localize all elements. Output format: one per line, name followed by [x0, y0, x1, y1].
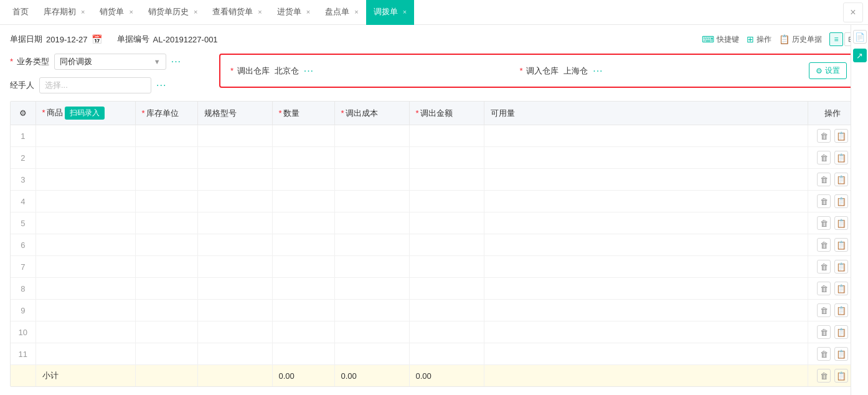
handler-ellipsis[interactable]: ··· — [156, 80, 166, 91]
row-product-3[interactable] — [35, 169, 135, 191]
row-unit-8[interactable] — [135, 278, 197, 300]
tab-transfer[interactable]: 调拨单 × — [366, 0, 414, 25]
row-qty-10[interactable] — [272, 321, 334, 343]
row-unit-5[interactable] — [135, 212, 197, 234]
row-qty-9[interactable] — [272, 300, 334, 321]
row-delete-9[interactable]: 🗑 — [817, 303, 831, 317]
tab-inventory-init[interactable]: 库存期初 × — [36, 0, 92, 25]
history-action[interactable]: 📋 历史单据 — [779, 34, 822, 45]
operations-action[interactable]: ⊞ 操作 — [747, 34, 771, 45]
row-qty-1[interactable] — [272, 125, 334, 147]
row-delete-6[interactable]: 🗑 — [817, 238, 831, 252]
row-spec-9[interactable] — [197, 300, 272, 321]
tab-view-sales[interactable]: 查看销货单 × — [205, 0, 269, 25]
row-spec-8[interactable] — [197, 278, 272, 300]
tab-sales-order-close[interactable]: × — [129, 8, 133, 16]
row-available-3[interactable] — [484, 169, 808, 191]
row-delete-3[interactable]: 🗑 — [817, 173, 831, 186]
row-delete-1[interactable]: 🗑 — [817, 129, 831, 143]
row-copy-9[interactable]: 📋 — [834, 303, 848, 317]
subtotal-copy[interactable]: 📋 — [834, 369, 848, 383]
th-settings[interactable]: ⚙ — [11, 102, 35, 125]
row-amount-1[interactable] — [409, 125, 484, 147]
row-amount-10[interactable] — [409, 321, 484, 343]
handler-select[interactable]: 选择... — [39, 77, 151, 93]
row-cost-9[interactable] — [334, 300, 409, 321]
row-qty-5[interactable] — [272, 212, 334, 234]
row-spec-7[interactable] — [197, 256, 272, 278]
row-cost-3[interactable] — [334, 169, 409, 191]
row-copy-5[interactable]: 📋 — [834, 216, 848, 230]
row-copy-1[interactable]: 📋 — [834, 129, 848, 143]
row-cost-4[interactable] — [334, 191, 409, 212]
row-product-6[interactable] — [35, 234, 135, 256]
row-unit-6[interactable] — [135, 234, 197, 256]
warehouse-in-value[interactable]: 上海仓 — [564, 65, 588, 77]
warehouse-out-value[interactable]: 北京仓 — [275, 65, 299, 77]
warehouse-in-ellipsis[interactable]: ··· — [593, 65, 603, 77]
row-spec-5[interactable] — [197, 212, 272, 234]
tab-inventory-check[interactable]: 盘点单 × — [318, 0, 366, 25]
row-qty-2[interactable] — [272, 147, 334, 169]
row-available-4[interactable] — [484, 191, 808, 212]
row-spec-3[interactable] — [197, 169, 272, 191]
row-spec-2[interactable] — [197, 147, 272, 169]
row-copy-11[interactable]: 📋 — [834, 347, 848, 361]
row-unit-10[interactable] — [135, 321, 197, 343]
row-delete-5[interactable]: 🗑 — [817, 216, 831, 230]
row-amount-11[interactable] — [409, 343, 484, 365]
row-product-2[interactable] — [35, 147, 135, 169]
row-amount-9[interactable] — [409, 300, 484, 321]
tab-purchase-close[interactable]: × — [306, 8, 310, 16]
row-delete-2[interactable]: 🗑 — [817, 151, 831, 164]
row-copy-2[interactable]: 📋 — [834, 151, 848, 164]
row-qty-11[interactable] — [272, 343, 334, 365]
row-qty-8[interactable] — [272, 278, 334, 300]
row-cost-6[interactable] — [334, 234, 409, 256]
tab-sales-order[interactable]: 销货单 × — [92, 0, 140, 25]
row-copy-10[interactable]: 📋 — [834, 325, 848, 339]
row-amount-3[interactable] — [409, 169, 484, 191]
row-available-11[interactable] — [484, 343, 808, 365]
row-available-9[interactable] — [484, 300, 808, 321]
row-delete-10[interactable]: 🗑 — [817, 325, 831, 339]
row-spec-6[interactable] — [197, 234, 272, 256]
layout-list-button[interactable]: ≡ — [829, 32, 843, 46]
row-unit-7[interactable] — [135, 256, 197, 278]
row-unit-1[interactable] — [135, 125, 197, 147]
row-spec-10[interactable] — [197, 321, 272, 343]
row-product-1[interactable] — [35, 125, 135, 147]
calendar-icon[interactable]: 📅 — [92, 34, 102, 44]
tab-purchase[interactable]: 进货单 × — [270, 0, 318, 25]
row-amount-6[interactable] — [409, 234, 484, 256]
tab-bar-close-button[interactable]: × — [843, 2, 863, 22]
row-unit-3[interactable] — [135, 169, 197, 191]
business-type-select[interactable]: 同价调拨 ▼ — [54, 54, 166, 70]
row-product-4[interactable] — [35, 191, 135, 212]
row-available-6[interactable] — [484, 234, 808, 256]
row-amount-8[interactable] — [409, 278, 484, 300]
row-cost-7[interactable] — [334, 256, 409, 278]
row-unit-4[interactable] — [135, 191, 197, 212]
row-available-10[interactable] — [484, 321, 808, 343]
row-available-1[interactable] — [484, 125, 808, 147]
settings-button[interactable]: ⚙ 设置 — [809, 62, 847, 79]
sidebar-export-button[interactable]: ↗ — [853, 49, 867, 62]
row-cost-2[interactable] — [334, 147, 409, 169]
row-product-10[interactable] — [35, 321, 135, 343]
row-spec-11[interactable] — [197, 343, 272, 365]
row-spec-1[interactable] — [197, 125, 272, 147]
row-qty-4[interactable] — [272, 191, 334, 212]
row-delete-4[interactable]: 🗑 — [817, 194, 831, 208]
row-amount-4[interactable] — [409, 191, 484, 212]
row-product-5[interactable] — [35, 212, 135, 234]
tab-home[interactable]: 首页 — [5, 0, 36, 25]
row-copy-8[interactable]: 📋 — [834, 282, 848, 295]
row-copy-7[interactable]: 📋 — [834, 260, 848, 274]
tab-sales-history-close[interactable]: × — [194, 8, 197, 16]
row-cost-8[interactable] — [334, 278, 409, 300]
sidebar-doc-button[interactable]: 📄 — [853, 30, 867, 44]
business-type-ellipsis[interactable]: ··· — [171, 56, 181, 67]
row-copy-3[interactable]: 📋 — [834, 173, 848, 186]
row-amount-5[interactable] — [409, 212, 484, 234]
